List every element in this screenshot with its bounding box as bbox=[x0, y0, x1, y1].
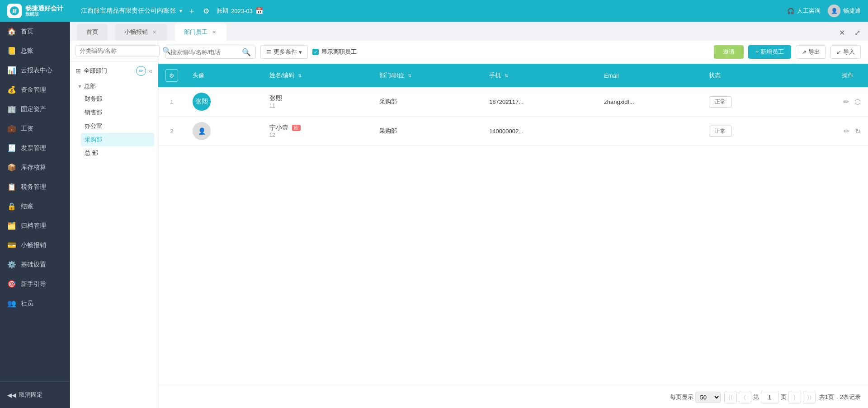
status-badge-2: 正常 bbox=[709, 126, 731, 137]
close-tab-btn[interactable]: ✕ bbox=[836, 27, 847, 38]
employee-panel: 🔍 ☰ 更多条件 ▾ ✓ 显示离职员工 邀请 + 新增员工 bbox=[158, 41, 868, 408]
dept-collapse-btn[interactable]: « bbox=[149, 67, 152, 75]
row-status-2: 正常 bbox=[702, 117, 789, 146]
page-size-select[interactable]: 50 10 20 100 bbox=[695, 392, 721, 403]
dept-edit-btn[interactable]: ✏ bbox=[136, 66, 146, 76]
cancel-fixed-btn[interactable]: ◀◀ 取消固定 bbox=[0, 386, 70, 403]
tab-expense[interactable]: 小畅报销 ✕ bbox=[115, 23, 167, 41]
content-area: 首页 小畅报销 ✕ 部门员工 ✕ ✕ ⤢ 🔍 bbox=[70, 22, 868, 408]
sidebar-item-invoice[interactable]: 🧾 发票管理 bbox=[0, 138, 70, 158]
dept-node-sales[interactable]: 销售部 bbox=[81, 106, 154, 119]
sidebar-item-funds[interactable]: 💰 资金管理 bbox=[0, 80, 70, 99]
tab-dept-emp[interactable]: 部门员工 ✕ bbox=[175, 23, 226, 41]
refresh-btn-2[interactable]: ↻ bbox=[855, 127, 861, 136]
col-phone[interactable]: 手机 ⇅ bbox=[482, 64, 597, 87]
sidebar-item-reports[interactable]: 📊 云报表中心 bbox=[0, 61, 70, 80]
table-settings-header: ⚙ bbox=[158, 64, 185, 87]
sidebar: 🏠 首页 📒 总账 📊 云报表中心 💰 资金管理 🏢 固定资产 💼 工资 🧾 发… bbox=[0, 22, 70, 408]
ledger-icon: 📒 bbox=[7, 47, 16, 55]
page-total: 共1页，2条记录 bbox=[819, 393, 861, 401]
col-status: 状态 bbox=[702, 64, 789, 87]
resign-checkbox[interactable]: ✓ bbox=[312, 49, 319, 55]
sidebar-item-assets[interactable]: 🏢 固定资产 bbox=[0, 99, 70, 119]
support-btn[interactable]: 🎧 人工咨询 bbox=[787, 7, 821, 15]
invite-button[interactable]: 邀请 bbox=[714, 45, 744, 59]
calendar-icon[interactable]: 📅 bbox=[255, 7, 263, 14]
col-dept[interactable]: 部门/职位 ⇅ bbox=[372, 64, 482, 87]
show-resign-option[interactable]: ✓ 显示离职员工 bbox=[312, 48, 357, 56]
sidebar-item-payroll[interactable]: 💼 工资 bbox=[0, 119, 70, 138]
settings-icon[interactable]: ⚙ bbox=[203, 7, 209, 15]
dept-panel: 🔍 ⊞ 全部部门 ✏ « ▼ 总部 bbox=[70, 41, 158, 408]
app-badge-2: 应 bbox=[292, 125, 301, 131]
filter-button[interactable]: ☰ 更多条件 ▾ bbox=[260, 45, 308, 59]
dept-node-general[interactable]: 总 部 bbox=[81, 146, 154, 160]
phone-sort-icon: ⇅ bbox=[505, 73, 508, 78]
export-button[interactable]: ↗ 导出 bbox=[796, 45, 826, 59]
company-selector[interactable]: 江西服宝精品有限责任公司内账张 ▾ bbox=[81, 7, 182, 15]
table-gear-icon[interactable]: ⚙ bbox=[165, 69, 178, 82]
period-selector[interactable]: 账期 2023-03 📅 bbox=[217, 7, 263, 15]
sidebar-item-ledger[interactable]: 📒 总账 bbox=[0, 41, 70, 61]
all-dept-label[interactable]: ⊞ 全部部门 bbox=[75, 67, 107, 75]
add-button[interactable]: ＋ bbox=[188, 5, 196, 16]
row-name-2: 宁小壹 应 12 bbox=[262, 117, 372, 146]
sidebar-item-tax[interactable]: 📋 税务管理 bbox=[0, 177, 70, 197]
dept-search-input[interactable] bbox=[75, 45, 160, 56]
col-action: 操作 bbox=[789, 64, 868, 87]
first-page-btn[interactable]: ⟨⟨ bbox=[724, 391, 737, 403]
name-sort-icon: ⇅ bbox=[298, 73, 302, 78]
sidebar-item-closing[interactable]: 🔒 结账 bbox=[0, 197, 70, 216]
import-button[interactable]: ↙ 导入 bbox=[830, 45, 861, 59]
row-actions-2: ✏ ↻ bbox=[789, 117, 868, 146]
sidebar-item-home[interactable]: 🏠 首页 bbox=[0, 22, 70, 41]
app-logo[interactable]: 财 畅捷通好会计 旗舰版 bbox=[7, 4, 77, 18]
dept-node-purchase[interactable]: 采购部 bbox=[81, 133, 154, 146]
tab-expense-close[interactable]: ✕ bbox=[151, 28, 158, 36]
next-page-btn[interactable]: ⟩ bbox=[788, 391, 801, 403]
row-dept-1: 采购部 bbox=[372, 87, 482, 117]
sidebar-item-guide[interactable]: 🎯 新手引导 bbox=[0, 274, 70, 294]
emp-toolbar: 🔍 ☰ 更多条件 ▾ ✓ 显示离职员工 邀请 + 新增员工 bbox=[158, 41, 868, 64]
maximize-btn[interactable]: ⤢ bbox=[852, 27, 863, 38]
col-name[interactable]: 姓名/编码 ⇅ bbox=[262, 64, 372, 87]
export-icon: ↗ bbox=[802, 49, 807, 56]
sidebar-item-archive[interactable]: 🗂️ 归档管理 bbox=[0, 216, 70, 235]
dept-node-finance[interactable]: 财务部 bbox=[81, 92, 154, 106]
col-avatar: 头像 bbox=[185, 64, 262, 87]
archive-icon: 🗂️ bbox=[7, 221, 16, 230]
user-profile[interactable]: 👤 畅捷通 bbox=[828, 5, 861, 17]
reports-icon: 📊 bbox=[7, 66, 16, 75]
sidebar-item-inventory[interactable]: 📦 库存核算 bbox=[0, 158, 70, 177]
sidebar-item-settings[interactable]: ⚙️ 基础设置 bbox=[0, 255, 70, 274]
dept-tree: ▼ 总部 财务部 销售部 办公室 采购 bbox=[70, 80, 158, 408]
tab-dept-emp-close[interactable]: ✕ bbox=[210, 28, 217, 36]
row-phone-2: 140000002... bbox=[482, 117, 597, 146]
emp-search-icon[interactable]: 🔍 bbox=[242, 48, 251, 56]
logout-btn-1[interactable]: ⬡ bbox=[854, 98, 861, 106]
emp-search-input[interactable] bbox=[170, 49, 239, 56]
prev-page-btn[interactable]: ⟨ bbox=[739, 391, 751, 403]
main-layout: 🏠 首页 📒 总账 📊 云报表中心 💰 资金管理 🏢 固定资产 💼 工资 🧾 发… bbox=[0, 22, 868, 408]
sidebar-item-expense[interactable]: 💳 小畅报销 bbox=[0, 235, 70, 255]
import-icon: ↙ bbox=[836, 49, 841, 56]
dept-toggle-icon: ▼ bbox=[77, 84, 82, 89]
page-number-input[interactable] bbox=[761, 391, 779, 403]
dept-node-office[interactable]: 办公室 bbox=[81, 119, 154, 133]
sidebar-item-users[interactable]: 👥 社员 bbox=[0, 294, 70, 313]
edit-btn-1[interactable]: ✏ bbox=[843, 98, 849, 106]
add-employee-button[interactable]: + 新增员工 bbox=[748, 45, 791, 59]
tab-home[interactable]: 首页 bbox=[77, 23, 107, 41]
row-avatar-1: 张熙 bbox=[185, 87, 262, 117]
avatar-1: 张熙 bbox=[193, 93, 211, 111]
dept-actions: ✏ « bbox=[136, 66, 152, 76]
avatar-2: 👤 bbox=[193, 122, 211, 140]
row-actions-1: ✏ ⬡ bbox=[789, 87, 868, 117]
sidebar-bottom: ◀◀ 取消固定 bbox=[0, 381, 70, 408]
page-size-selector: 每页显示 50 10 20 100 bbox=[670, 392, 721, 403]
tab-bar-right: ✕ ⤢ bbox=[836, 27, 868, 41]
dept-sort-icon: ⇅ bbox=[408, 73, 411, 78]
edit-btn-2[interactable]: ✏ bbox=[844, 127, 849, 136]
closing-icon: 🔒 bbox=[7, 202, 16, 211]
last-page-btn[interactable]: ⟩⟩ bbox=[803, 391, 816, 403]
